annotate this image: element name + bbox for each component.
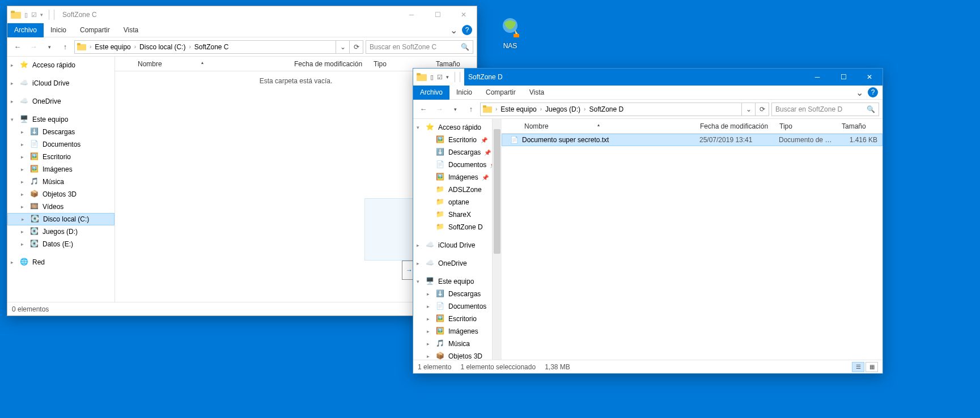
address-bar[interactable]: › Este equipo › Disco local (C:) › SoftZ…: [74, 40, 363, 54]
address-dropdown-icon[interactable]: ⌄: [741, 103, 755, 116]
sidebar-this-pc[interactable]: ▾🖥️Este equipo: [7, 113, 114, 126]
titlebar[interactable]: ▯ ☑ ▾ SoftZone C ─ ☐ ✕: [7, 6, 477, 23]
sidebar-this-pc[interactable]: ▾🖥️Este equipo: [413, 275, 492, 288]
address-dropdown-icon[interactable]: ⌄: [336, 41, 349, 53]
sidebar-pictures[interactable]: ▸🖼️Imágenes: [7, 163, 114, 176]
sidebar-icloud[interactable]: ▸☁️iCloud Drive: [413, 239, 492, 251]
sidebar-quick-access[interactable]: ▾⭐Acceso rápido: [413, 121, 492, 134]
ribbon-tab-view[interactable]: Vista: [523, 86, 551, 100]
column-header-date[interactable]: Fecha de modificación: [290, 57, 369, 71]
sidebar-adslzone[interactable]: 📁ADSLZone: [413, 184, 492, 196]
sidebar-desktop[interactable]: 🖼️Escritorio📌: [413, 134, 492, 146]
refresh-button[interactable]: ⟳: [349, 41, 363, 53]
sidebar-onedrive[interactable]: ▸☁️OneDrive: [7, 95, 114, 108]
sidebar-network[interactable]: ▸🌐Red: [7, 256, 114, 268]
ribbon-tab-file[interactable]: Archivo: [7, 23, 44, 37]
chevron-right-icon[interactable]: ›: [494, 106, 498, 112]
sidebar-optane[interactable]: 📁optane: [413, 196, 492, 208]
sidebar-disk-e[interactable]: ▸💽Datos (E:): [7, 238, 114, 250]
sidebar-downloads[interactable]: ⬇️Descargas📌: [413, 146, 492, 159]
ribbon-tab-file[interactable]: Archivo: [413, 86, 449, 100]
ribbon-tab-home[interactable]: Inicio: [449, 86, 479, 100]
sidebar-quick-access[interactable]: ▸⭐Acceso rápido: [7, 59, 114, 71]
search-input[interactable]: Buscar en SoftZone C 🔍: [366, 40, 473, 54]
ribbon-tab-share[interactable]: Compartir: [73, 23, 117, 37]
qat-checkbox-icon[interactable]: ☑: [437, 74, 443, 81]
forward-button[interactable]: →: [27, 40, 40, 54]
sidebar-softzone-d[interactable]: 📁SoftZone D: [413, 221, 492, 233]
help-button[interactable]: ?: [462, 25, 472, 35]
chevron-right-icon[interactable]: ›: [133, 44, 137, 50]
minimize-button[interactable]: ─: [804, 69, 830, 86]
column-header-date[interactable]: Fecha de modificación: [695, 119, 775, 134]
minimize-button[interactable]: ─: [398, 6, 425, 23]
breadcrumb[interactable]: SoftZone D: [587, 103, 626, 116]
chevron-right-icon[interactable]: ›: [583, 106, 587, 112]
up-button[interactable]: ↑: [464, 103, 478, 116]
sidebar-downloads[interactable]: ▸⬇️Descargas: [413, 288, 492, 300]
sidebar-disk-d[interactable]: ▸💽Juegos (D:): [7, 225, 114, 238]
breadcrumb[interactable]: Juegos (D:): [543, 103, 583, 116]
sidebar-desktop[interactable]: ▸🖼️Escritorio: [413, 313, 492, 325]
sidebar-music[interactable]: ▸🎵Música: [7, 176, 114, 188]
sidebar-disk-c[interactable]: ▸💽Disco local (C:): [7, 213, 114, 225]
qat-dropdown-icon[interactable]: ▾: [40, 12, 43, 18]
sidebar-sharex[interactable]: 📁ShareX: [413, 208, 492, 221]
file-row[interactable]: 📄Documento super secreto.txt 25/07/2019 …: [502, 134, 883, 146]
search-input[interactable]: Buscar en SoftZone D 🔍: [771, 103, 879, 116]
qat-pin-icon[interactable]: ▯: [430, 74, 434, 81]
ribbon-tab-share[interactable]: Compartir: [479, 86, 523, 100]
titlebar[interactable]: ▯ ☑ ▾ SoftZone D ─ ☐ ✕: [413, 69, 883, 86]
sidebar-3d-objects[interactable]: ▸📦Objetos 3D: [7, 188, 114, 201]
up-button[interactable]: ↑: [58, 40, 72, 54]
chevron-right-icon[interactable]: ›: [88, 44, 92, 50]
close-button[interactable]: ✕: [856, 69, 883, 86]
qat-pin-icon[interactable]: ▯: [24, 11, 28, 19]
sidebar-videos[interactable]: ▸🎞️Vídeos: [7, 201, 114, 213]
history-dropdown-icon[interactable]: ▾: [43, 40, 56, 54]
view-icons-button[interactable]: ▦: [866, 362, 878, 372]
maximize-button[interactable]: ☐: [425, 6, 451, 23]
sidebar-pictures[interactable]: ▸🖼️Imágenes: [413, 325, 492, 338]
back-button[interactable]: ←: [417, 103, 430, 116]
sidebar-downloads[interactable]: ▸⬇️Descargas: [7, 126, 114, 138]
sidebar-pictures[interactable]: 🖼️Imágenes📌: [413, 171, 492, 184]
sidebar-icloud[interactable]: ▸☁️iCloud Drive: [7, 77, 114, 89]
breadcrumb[interactable]: Este equipo: [498, 103, 538, 116]
column-header-name[interactable]: Nombre▴: [115, 57, 290, 71]
sidebar-documents[interactable]: ▸📄Documentos: [413, 300, 492, 313]
breadcrumb[interactable]: Este equipo: [92, 41, 133, 53]
sidebar-documents[interactable]: 📄Documentos📌: [413, 159, 492, 171]
desktop-shortcut-nas[interactable]: NAS: [490, 17, 530, 50]
chevron-right-icon[interactable]: ›: [539, 106, 543, 112]
history-dropdown-icon[interactable]: ▾: [448, 103, 462, 116]
chevron-right-icon[interactable]: ›: [188, 44, 192, 50]
ribbon-expand-icon[interactable]: ⌄: [446, 25, 462, 36]
view-details-button[interactable]: ☰: [852, 362, 864, 372]
qat-checkbox-icon[interactable]: ☑: [31, 11, 37, 19]
close-button[interactable]: ✕: [451, 6, 477, 23]
scrollbar-thumb[interactable]: [494, 129, 500, 254]
maximize-button[interactable]: ☐: [830, 69, 856, 86]
sidebar-desktop[interactable]: ▸🖼️Escritorio: [7, 151, 114, 163]
refresh-button[interactable]: ⟳: [755, 103, 769, 116]
ribbon-tab-view[interactable]: Vista: [117, 23, 145, 37]
qat-dropdown-icon[interactable]: ▾: [446, 74, 449, 80]
back-button[interactable]: ←: [11, 40, 24, 54]
sidebar-onedrive[interactable]: ▸☁️OneDrive: [413, 257, 492, 270]
column-header-name[interactable]: Nombre▴: [502, 119, 695, 134]
forward-button[interactable]: →: [432, 103, 446, 116]
column-header-type[interactable]: Tipo: [775, 119, 837, 134]
breadcrumb[interactable]: SoftZone C: [192, 41, 231, 53]
sidebar-3d-objects[interactable]: ▸📦Objetos 3D: [413, 350, 492, 360]
sidebar-scrollbar[interactable]: [493, 119, 502, 360]
file-list-area[interactable]: Nombre▴ Fecha de modificación Tipo Tamañ…: [502, 119, 883, 360]
address-bar[interactable]: › Este equipo › Juegos (D:) › SoftZone D…: [480, 103, 769, 116]
ribbon-expand-icon[interactable]: ⌄: [851, 87, 868, 98]
sidebar-documents[interactable]: ▸📄Documentos: [7, 138, 114, 151]
breadcrumb[interactable]: Disco local (C:): [137, 41, 188, 53]
sidebar-music[interactable]: ▸🎵Música: [413, 338, 492, 350]
ribbon-tab-home[interactable]: Inicio: [44, 23, 73, 37]
column-header-size[interactable]: Tamaño: [837, 119, 883, 134]
help-button[interactable]: ?: [868, 87, 878, 97]
